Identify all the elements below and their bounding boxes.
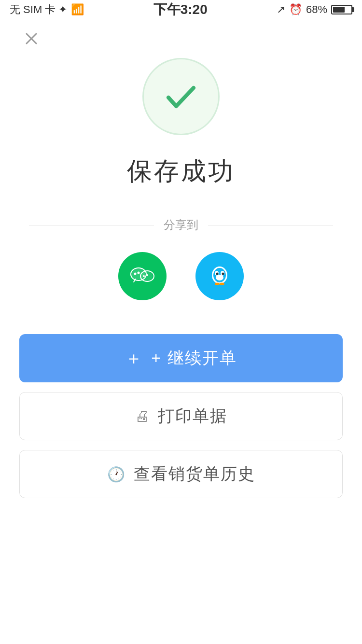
qq-share-button[interactable] — [195, 252, 244, 300]
close-icon — [24, 31, 39, 46]
print-label: 打印单据 — [158, 405, 227, 427]
share-icons — [118, 252, 244, 300]
sim-label: 无 SIM 卡 ✦ — [10, 2, 67, 17]
status-bar: 无 SIM 卡 ✦ 📶 下午3:20 ↗ ⏰ 68% — [0, 0, 362, 19]
svg-point-15 — [222, 273, 224, 275]
printer-icon: 🖨 — [135, 408, 150, 424]
svg-point-18 — [215, 283, 220, 285]
status-time: 下午3:20 — [153, 0, 208, 19]
close-button[interactable] — [19, 27, 43, 51]
battery-icon — [331, 5, 352, 14]
divider-right — [208, 225, 333, 225]
svg-point-17 — [216, 275, 223, 280]
success-circle — [142, 58, 220, 135]
alarm-icon: ⏰ — [289, 3, 302, 16]
svg-point-5 — [134, 273, 137, 275]
share-label: 分享到 — [164, 217, 198, 233]
svg-point-6 — [138, 272, 140, 274]
battery-percent: 68% — [306, 3, 327, 16]
wifi-icon: 📶 — [71, 3, 84, 16]
success-title: 保存成功 — [127, 154, 235, 188]
svg-point-14 — [216, 273, 219, 275]
print-button[interactable]: 🖨 打印单据 — [19, 392, 343, 440]
main-content: 保存成功 分享到 — [0, 19, 362, 498]
location-icon: ↗ — [277, 3, 285, 16]
share-divider: 分享到 — [0, 217, 362, 233]
clock-icon: 🕐 — [107, 466, 126, 483]
continue-button[interactable]: ＋ + 继续开单 — [19, 334, 343, 382]
svg-point-9 — [146, 274, 148, 276]
history-button[interactable]: 🕐 查看销货单历史 — [19, 450, 343, 498]
continue-label: + 继续开单 — [151, 347, 237, 369]
svg-point-7 — [140, 271, 153, 281]
svg-point-19 — [220, 283, 224, 285]
svg-point-8 — [143, 275, 145, 277]
action-buttons: ＋ + 继续开单 🖨 打印单据 🕐 查看销货单历史 — [0, 334, 362, 498]
wechat-share-button[interactable] — [118, 252, 167, 300]
wechat-icon — [128, 262, 157, 291]
history-label: 查看销货单历史 — [134, 463, 255, 485]
checkmark-icon — [162, 77, 200, 116]
status-right: ↗ ⏰ 68% — [277, 3, 352, 16]
plus-icon: ＋ — [125, 347, 143, 370]
qq-icon — [205, 262, 234, 291]
status-left: 无 SIM 卡 ✦ 📶 — [10, 2, 84, 17]
divider-left — [29, 225, 154, 225]
